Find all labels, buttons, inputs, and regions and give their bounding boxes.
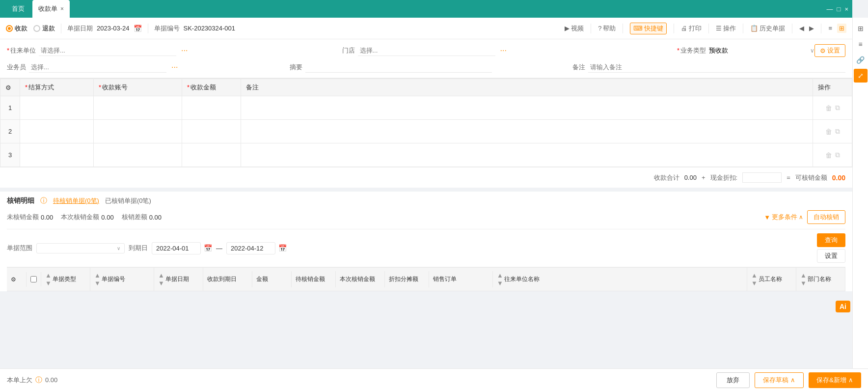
partner-label: *往来单位 xyxy=(7,46,36,55)
row-settle-3[interactable] xyxy=(20,143,94,167)
sidebar-attach-icon[interactable]: 🔗 xyxy=(854,53,868,67)
bth-checkbox[interactable] xyxy=(27,272,41,286)
row-account-2[interactable] xyxy=(94,120,182,143)
partner-more-btn[interactable]: ··· xyxy=(179,46,190,55)
auto-reconcile-btn[interactable]: 自动核销 xyxy=(807,210,845,224)
staff-input[interactable] xyxy=(29,62,166,73)
store-input[interactable] xyxy=(358,45,495,56)
filter-actions: 查询 设置 xyxy=(817,233,845,263)
date-to-group: 📅 xyxy=(226,242,287,254)
date-value[interactable]: 2023-03-24 xyxy=(97,25,130,32)
select-all-checkbox[interactable] xyxy=(30,276,37,282)
row-remark-3[interactable] xyxy=(241,143,813,167)
row-account-3[interactable] xyxy=(94,143,182,167)
main-table: ⚙ *结算方式 *收款账号 *收款金额 备注 操作 1 xyxy=(0,79,852,167)
summary-input[interactable] xyxy=(305,62,492,73)
operation-btn[interactable]: ☰ 操作 xyxy=(716,24,736,33)
tile-view-icon[interactable]: ⊞ xyxy=(837,24,846,33)
copy-icon-1[interactable]: ⧉ xyxy=(835,104,840,112)
calendar-icon-toolbar[interactable]: 📅 xyxy=(134,25,142,32)
sort-type-icon[interactable]: ▲▼ xyxy=(45,272,52,287)
row-amount-3[interactable] xyxy=(182,143,241,167)
stat-diff: 核销差额 0.00 xyxy=(122,213,162,222)
sort-number-icon[interactable]: ▲▼ xyxy=(94,272,101,287)
tab-home[interactable]: 首页 xyxy=(4,0,32,18)
delete-icon-3[interactable]: 🗑 xyxy=(825,151,832,159)
range-dropdown-icon: ∨ xyxy=(117,246,120,251)
total-label: 收款合计 xyxy=(654,173,679,182)
video-btn[interactable]: ▶ 视频 xyxy=(565,24,584,33)
minimize-icon[interactable]: — xyxy=(827,5,833,13)
row-remark-2[interactable] xyxy=(241,120,813,143)
settings-icon: ⚙ xyxy=(5,84,11,91)
date-from-group: 📅 xyxy=(152,242,212,254)
date-from-input[interactable] xyxy=(152,242,201,254)
maximize-icon[interactable]: □ xyxy=(837,5,841,13)
delete-icon-2[interactable]: 🗑 xyxy=(825,128,832,136)
date-separator: — xyxy=(216,245,222,252)
reconcile-info-icon[interactable]: ⓘ xyxy=(40,196,47,205)
sidebar-list-icon[interactable]: ≡ xyxy=(854,37,868,51)
date-to-input[interactable] xyxy=(226,242,275,254)
row-account-1[interactable] xyxy=(94,96,182,120)
sort-staff-icon[interactable]: ▲▼ xyxy=(751,272,758,287)
delete-icon-1[interactable]: 🗑 xyxy=(825,104,832,112)
sidebar-table-icon[interactable]: ⊞ xyxy=(854,22,868,35)
copy-icon-3[interactable]: ⧉ xyxy=(835,151,840,159)
sort-dept-icon[interactable]: ▲▼ xyxy=(800,272,807,287)
staff-more-btn[interactable]: ··· xyxy=(169,63,180,72)
bth-gear[interactable]: ⚙ xyxy=(7,272,27,287)
sort-partner-icon[interactable]: ▲▼ xyxy=(497,272,503,287)
radio-refund-dot xyxy=(33,25,40,32)
calendar-to-icon[interactable]: 📅 xyxy=(278,244,287,252)
row-settle-1[interactable] xyxy=(20,96,94,120)
th-settle: *结算方式 xyxy=(20,79,94,96)
row-remark-1[interactable] xyxy=(241,96,813,120)
radio-receive[interactable]: 收款 xyxy=(6,24,27,33)
th-gear[interactable]: ⚙ xyxy=(0,79,20,96)
nav-next-icon[interactable]: ▶ xyxy=(809,25,814,32)
bth-current: 本次核销金额 xyxy=(336,271,385,287)
grid-view-icon[interactable]: ≡ xyxy=(828,25,832,32)
equals-sign: = xyxy=(787,174,790,181)
toolbar-divider-7 xyxy=(743,24,743,33)
help-btn[interactable]: ? 帮助 xyxy=(598,24,616,33)
total-value: 0.00 xyxy=(684,174,697,181)
business-type-select[interactable]: 预收款 ∨ xyxy=(709,46,814,55)
close-icon[interactable]: × xyxy=(844,5,848,13)
sidebar-expand-icon[interactable]: ⤢ xyxy=(854,69,868,83)
sort-date-icon[interactable]: ▲▼ xyxy=(158,272,164,287)
settings-button[interactable]: ⚙ 设置 xyxy=(814,44,845,57)
radio-refund-label: 退款 xyxy=(42,24,55,33)
available-value: 0.00 xyxy=(832,174,845,182)
row-amount-1[interactable] xyxy=(182,96,241,120)
tab-reconciled[interactable]: 已核销单据(0笔) xyxy=(105,196,151,205)
print-btn[interactable]: 🖨 打印 xyxy=(681,24,702,33)
ai-badge[interactable]: Ai xyxy=(836,301,850,312)
reconcile-section: 核销明细 ⓘ 待核销单据(0笔) 已核销单据(0笔) 未核销金额 0.00 本次… xyxy=(0,192,852,291)
shortcut-btn[interactable]: ⌨ 快捷键 xyxy=(630,23,667,34)
row-settle-2[interactable] xyxy=(20,120,94,143)
copy-icon-2[interactable]: ⧉ xyxy=(835,127,840,136)
gear-icon: ⚙ xyxy=(820,47,826,55)
help-icon: ? xyxy=(598,25,601,32)
partner-input[interactable] xyxy=(39,45,176,56)
toolbar-divider-8 xyxy=(792,24,792,33)
tab-close-icon[interactable]: × xyxy=(60,6,64,12)
nav-prev-icon[interactable]: ◀ xyxy=(799,25,804,32)
toolbar: 收款 退款 单据日期 2023-03-24 📅 单据编号 SK-20230324… xyxy=(0,18,852,39)
range-select[interactable]: ∨ xyxy=(36,243,125,253)
row-amount-2[interactable] xyxy=(182,120,241,143)
store-more-btn[interactable]: ··· xyxy=(498,46,509,55)
tab-pending[interactable]: 待核销单据(0笔) xyxy=(53,196,99,205)
radio-refund[interactable]: 退款 xyxy=(33,24,55,33)
more-conditions-btn[interactable]: ▼ 更多条件 ∧ xyxy=(764,213,803,222)
query-btn[interactable]: 查询 xyxy=(817,233,845,247)
tab-active[interactable]: 收款单 × xyxy=(32,0,70,18)
remarks-input[interactable] xyxy=(588,62,845,73)
filter-settings-btn[interactable]: 设置 xyxy=(817,249,845,263)
right-sidebar: ⊞ ≡ 🔗 ⤢ xyxy=(852,18,868,314)
discount-input[interactable] xyxy=(742,172,782,183)
calendar-from-icon[interactable]: 📅 xyxy=(204,244,212,252)
history-btn[interactable]: 📋 历史单据 xyxy=(750,24,785,33)
